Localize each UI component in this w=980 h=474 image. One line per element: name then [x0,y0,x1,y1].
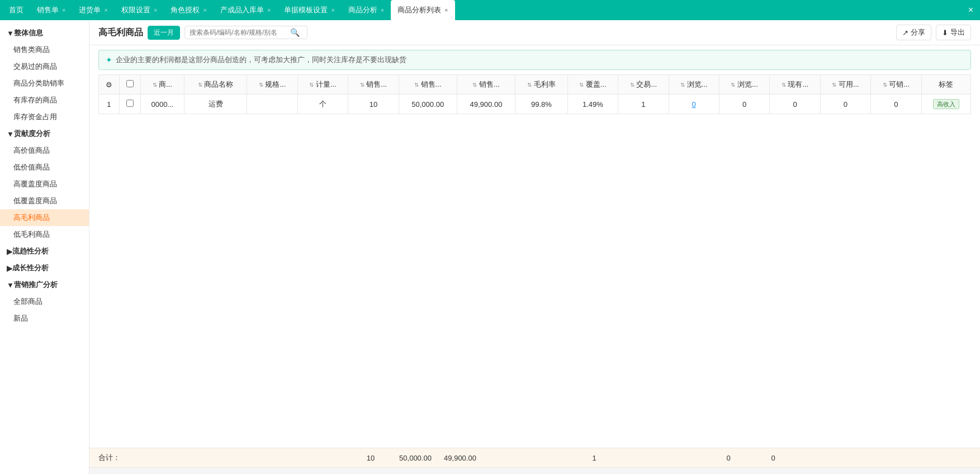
sidebar-item-高毛利商品[interactable]: 高毛利商品 [0,209,89,226]
cell-unit: 个 [297,95,348,114]
cell-view2: 0 [719,95,769,114]
cell-margin_rate: 99.8% [515,95,568,114]
sidebar: ▼ 整体信息销售类商品交易过的商品商品分类助销率有库存的商品库存资金占用▼ 贡献… [0,20,89,474]
col-header-sellable[interactable]: ⇅ 可销... [871,75,921,95]
sidebar-item-低价值商品[interactable]: 低价值商品 [0,159,89,176]
col-header-available[interactable]: ⇅ 可用... [820,75,870,95]
tab-close-icon[interactable]: × [381,7,384,13]
data-table: ⚙⇅ 商...⇅ 商品名称⇅ 规格...⇅ 计量...⇅ 销售...⇅ 销售..… [98,74,971,114]
cell-current_stock: 0 [770,95,820,114]
group-arrow-icon: ▼ [7,29,14,37]
col-header-sales_qty[interactable]: ⇅ 销售... [348,75,399,95]
col-header-checkbox [119,75,140,95]
footer-sales-qty: 10 [348,454,393,462]
window-close-button[interactable]: × [964,5,978,15]
nav-tab-单据模板设置[interactable]: 单据模板设置× [277,0,341,20]
col-header-coverage[interactable]: ⇅ 覆盖... [567,75,618,95]
tab-close-icon[interactable]: × [62,7,65,13]
sidebar-item-全部商品[interactable]: 全部商品 [0,293,89,310]
col-header-name[interactable]: ⇅ 商品名称 [184,75,247,95]
filter-recent-month-button[interactable]: 近一月 [148,26,180,40]
group-arrow-icon: ▼ [7,281,14,289]
tab-close-icon[interactable]: × [104,7,107,13]
table-area: ⚙⇅ 商...⇅ 商品名称⇅ 规格...⇅ 计量...⇅ 销售...⇅ 销售..… [89,74,980,448]
nav-tab-商品分析[interactable]: 商品分析× [342,0,391,20]
col-header-code[interactable]: ⇅ 商... [141,75,184,95]
col-header-view1[interactable]: ⇅ 浏览... [669,75,719,95]
content-header: 高毛利商品 近一月 🔍 ↗ 分享 ⬇ 导出 [89,20,980,45]
col-header-unit[interactable]: ⇅ 计量... [297,75,348,95]
search-input[interactable] [190,29,290,36]
cell-name: 运费 [184,95,247,114]
sidebar-item-交易过的商品[interactable]: 交易过的商品 [0,58,89,75]
nav-tab-角色授权[interactable]: 角色授权× [164,0,213,20]
sidebar-group-整体信息[interactable]: ▼ 整体信息 [0,25,89,41]
share-button[interactable]: ↗ 分享 [896,25,931,40]
nav-tab-产成品入库单[interactable]: 产成品入库单× [214,0,277,20]
sidebar-group-营销推广分析[interactable]: ▼ 营销推广分析 [0,276,89,293]
export-button[interactable]: ⬇ 导出 [936,25,971,40]
page-title: 高毛利商品 [98,27,143,39]
group-arrow-icon: ▼ [7,130,14,138]
tab-close-icon[interactable]: × [267,7,271,13]
content-panel: 高毛利商品 近一月 🔍 ↗ 分享 ⬇ 导出 ✦ 企业的主要的利润都是这部分商品创… [89,20,980,474]
bottom-scrollbar[interactable] [89,467,980,474]
footer-trade: 1 [572,454,617,462]
tab-close-icon[interactable]: × [203,7,206,13]
sidebar-group-贡献度分析[interactable]: ▼ 贡献度分析 [0,125,89,142]
col-header-sales_amount[interactable]: ⇅ 销售... [399,75,457,95]
search-icon[interactable]: 🔍 [290,28,300,37]
nav-tab-商品分析列表[interactable]: 商品分析列表× [391,0,455,20]
tab-close-icon[interactable]: × [331,7,334,13]
table-row: 10000...运费个1050,000.0049,900.0099.8%1.49… [99,95,971,114]
sidebar-item-商品分类助销率[interactable]: 商品分类助销率 [0,75,89,92]
sidebar-item-库存资金占用[interactable]: 库存资金占用 [0,109,89,125]
cell-coverage: 1.49% [567,95,618,114]
cell-sellable: 0 [871,95,921,114]
col-header-settings: ⚙ [99,75,120,95]
col-header-tag: 标签 [921,75,970,95]
cell-available: 0 [820,95,870,114]
nav-tab-进货单[interactable]: 进货单× [72,0,114,20]
sidebar-group-流趋性分析[interactable]: ▶ 流趋性分析 [0,243,89,260]
row-checkbox[interactable] [126,100,134,107]
col-header-sales_profit[interactable]: ⇅ 销售... [457,75,515,95]
col-header-current_stock[interactable]: ⇅ 现有... [770,75,820,95]
cell-index: 1 [99,95,120,114]
info-banner: ✦ 企业的主要的利润都是这部分商品创造的，可考虑加大推广，同时关注库存是不要出现… [98,50,971,70]
cell-trade: 1 [618,95,669,114]
sidebar-item-新品[interactable]: 新品 [0,310,89,327]
footer-label: 合计： [98,453,120,463]
tab-close-icon[interactable]: × [154,7,157,13]
info-icon: ✦ [106,55,112,64]
share-icon: ↗ [902,29,908,37]
sidebar-item-低覆盖度商品[interactable]: 低覆盖度商品 [0,193,89,209]
view-link[interactable]: 0 [692,100,696,109]
cell-sales_amount: 50,000.00 [399,95,457,114]
select-all-checkbox[interactable] [126,80,134,87]
tab-close-icon[interactable]: × [444,7,448,13]
main-area: ▼ 整体信息销售类商品交易过的商品商品分类助销率有库存的商品库存资金占用▼ 贡献… [0,20,980,474]
footer-sales-profit: 49,900.00 [438,454,482,462]
group-arrow-icon: ▶ [7,247,12,256]
sidebar-item-低毛利商品[interactable]: 低毛利商品 [0,226,89,243]
col-header-spec[interactable]: ⇅ 规格... [247,75,297,95]
nav-tab-首页[interactable]: 首页 [2,0,30,20]
cell-spec [247,95,297,114]
cell-view1: 0 [669,95,719,114]
col-header-trade[interactable]: ⇅ 交易... [618,75,669,95]
col-header-view2[interactable]: ⇅ 浏览... [719,75,769,95]
table-footer: 合计： 10 50,000.00 49,900.00 1 0 0 [89,448,980,467]
nav-tab-销售单[interactable]: 销售单× [30,0,72,20]
footer-available: 0 [751,454,796,462]
nav-tab-权限设置[interactable]: 权限设置× [115,0,164,20]
sidebar-item-销售类商品[interactable]: 销售类商品 [0,41,89,58]
sidebar-item-高覆盖度商品[interactable]: 高覆盖度商品 [0,176,89,193]
export-icon: ⬇ [942,29,948,37]
col-header-margin_rate[interactable]: ⇅ 毛利率 [515,75,568,95]
tag-badge: 高收入 [933,99,959,109]
top-nav: 首页销售单×进货单×权限设置×角色授权×产成品入库单×单据模板设置×商品分析×商… [0,0,980,20]
sidebar-item-有库存的商品[interactable]: 有库存的商品 [0,92,89,109]
sidebar-item-高价值商品[interactable]: 高价值商品 [0,142,89,159]
sidebar-group-成长性分析[interactable]: ▶ 成长性分析 [0,260,89,276]
